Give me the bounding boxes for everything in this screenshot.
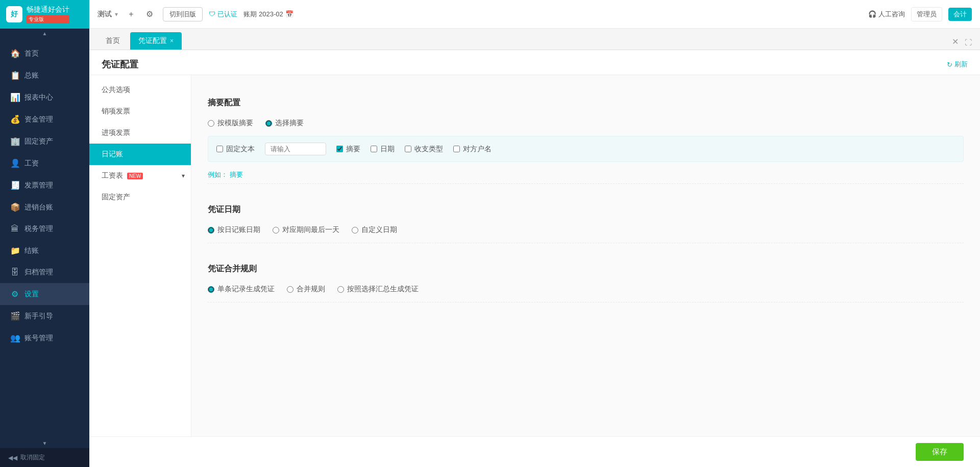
sidebar-item-guide[interactable]: 🎬 新手引导 [0,305,89,327]
left-nav-fixed[interactable]: 固定资产 [89,186,191,208]
logo-title: 畅捷通好会计 [27,5,69,14]
sidebar-item-close[interactable]: 📁 结账 [0,240,89,262]
left-nav-purchase[interactable]: 进项发票 [89,122,191,144]
fixed-text-checkbox[interactable] [216,146,223,152]
sidebar-item-capital[interactable]: 💰 资金管理 [0,108,89,130]
calendar-icon[interactable]: 📅 [285,10,293,18]
consult-btn[interactable]: 🎧 人工咨询 [868,10,905,19]
date-radio-custom[interactable]: 自定义日期 [352,225,397,235]
sidebar-scroll-up[interactable]: ▲ [0,29,89,38]
left-nav: 公共选项 销项发票 进项发票 日记账 工资表 NEW ▾ [89,75,191,436]
period-last-radio[interactable] [273,227,279,233]
pay-type-checkbox-option[interactable]: 收支类型 [405,145,443,154]
add-button[interactable]: + [124,7,138,21]
page-title: 凭证配置 [102,58,138,71]
summary-template-radio[interactable] [208,120,214,127]
left-nav-diary[interactable]: 日记账 [89,144,191,165]
example-text: 例如： 摘要 [208,168,964,183]
summary-template-label: 按模版摘要 [217,119,253,128]
tab-home[interactable]: 首页 [97,32,128,50]
expand-panel-icon[interactable]: ⛶ [965,38,972,50]
archive-icon: 🗄 [10,268,19,277]
diary-date-radio[interactable] [208,227,214,233]
date-section: 凭证日期 按日记账日期 对应期间最后一天 自定义日期 [208,194,964,243]
summary-checkbox-option[interactable]: 摘要 [336,145,360,154]
date-checkbox[interactable] [371,146,377,152]
sidebar-item-ledger[interactable]: 📋 总账 [0,64,89,86]
summary-section: 摘要配置 按模版摘要 选择摘要 [208,87,964,184]
sidebar-item-inout[interactable]: 📦 进销台账 [0,196,89,218]
cancel-fixed-btn[interactable]: ◀◀ 取消固定 [0,448,89,467]
sidebar-item-extra[interactable]: 👥 账号管理 [0,327,89,349]
summary-select-radio[interactable] [265,120,272,127]
period-display: 账期 2023-02 📅 [243,10,293,19]
date-checkbox-option[interactable]: 日期 [371,145,395,154]
left-nav-sales[interactable]: 销项发票 [89,101,191,122]
custom-date-radio[interactable] [352,227,358,233]
sidebar-item-invoice[interactable]: 🧾 发票管理 [0,174,89,196]
date-label: 日期 [380,145,395,154]
select-merge-radio[interactable] [337,286,344,293]
project-selector[interactable]: 测试 ▾ [97,10,118,19]
sidebar-logo: 好 畅捷通好会计 专业版 [0,0,89,29]
inout-icon: 📦 [10,202,19,212]
nav-label-home: 首页 [24,49,39,58]
nav-label-report: 报表中心 [24,93,53,102]
single-record-radio[interactable] [208,286,214,293]
accountant-btn[interactable]: 会计 [948,8,972,21]
summary-radio-select[interactable]: 选择摘要 [265,119,304,128]
merge-section: 凭证合并规则 单条记录生成凭证 合并规则 按照选择汇总生成凭证 [208,253,964,302]
other-name-checkbox[interactable] [453,146,460,152]
shield-icon: 🛡 [209,10,215,18]
refresh-btn[interactable]: ↻ 刷新 [947,60,968,69]
project-name: 测试 [97,10,112,19]
sidebar: 好 畅捷通好会计 专业版 ▲ 🏠 首页 📋 总账 📊 报表中心 💰 资金管理 🏢… [0,0,89,467]
user-btn[interactable]: 管理员 [911,7,942,21]
merge-rule-radio[interactable] [287,286,293,293]
date-radio-diary[interactable]: 按日记账日期 [208,225,260,235]
save-btn[interactable]: 保存 [916,443,964,461]
merge-rule-label: 合并规则 [297,285,325,294]
merge-radio-rule[interactable]: 合并规则 [287,285,325,294]
cancel-fixed-icon: ◀◀ [8,454,17,461]
right-content: 摘要配置 按模版摘要 选择摘要 [191,75,980,436]
sidebar-scroll-down[interactable]: ▼ [0,438,89,448]
nav-label-ledger: 总账 [24,71,39,80]
fixed-asset-icon: 🏢 [10,136,19,146]
tab-label-voucher: 凭证配置 [138,36,167,45]
switch-old-btn[interactable]: 切到旧版 [163,7,203,21]
merge-radio-single[interactable]: 单条记录生成凭证 [208,285,275,294]
close-panel-icon[interactable]: ✕ [952,37,959,50]
summary-select-label: 选择摘要 [275,119,304,128]
merge-radio-group: 单条记录生成凭证 合并规则 按照选择汇总生成凭证 [208,283,964,302]
nav-label-guide: 新手引导 [24,312,53,321]
fixed-text-checkbox-option[interactable]: 固定文本 [216,145,255,154]
merge-title: 凭证合并规则 [208,253,964,283]
summary-checkbox[interactable] [336,146,343,152]
sidebar-item-settings[interactable]: ⚙ 设置 [0,283,89,305]
left-nav-salary-table[interactable]: 工资表 NEW ▾ [89,165,191,186]
other-name-checkbox-option[interactable]: 对方户名 [453,145,492,154]
summary-radio-template[interactable]: 按模版摘要 [208,119,253,128]
sidebar-item-home[interactable]: 🏠 首页 [0,42,89,64]
pay-type-checkbox[interactable] [405,146,411,152]
logo-icon: 好 [6,6,22,22]
close-account-icon: 📁 [10,246,19,255]
sidebar-item-archive[interactable]: 🗄 归档管理 [0,262,89,283]
fixed-text-input[interactable] [265,143,326,155]
content-area: 凭证配置 ↻ 刷新 公共选项 销项发票 进项发票 日记账 [89,50,980,467]
sidebar-item-salary[interactable]: 👤 工资 [0,152,89,174]
tab-voucher-config[interactable]: 凭证配置 × [130,32,182,50]
tab-close-icon[interactable]: × [170,37,174,44]
settings-button[interactable]: ⚙ [142,7,157,21]
merge-radio-select[interactable]: 按照选择汇总生成凭证 [337,285,419,294]
save-bar: 保存 [89,436,980,467]
certified-badge: 🛡 已认证 [209,10,237,19]
sidebar-item-fixed-asset[interactable]: 🏢 固定资产 [0,130,89,152]
logo-subtitle: 专业版 [27,15,69,24]
sidebar-item-report[interactable]: 📊 报表中心 [0,86,89,108]
refresh-icon: ↻ [947,61,952,68]
left-nav-public[interactable]: 公共选项 [89,79,191,101]
date-radio-period[interactable]: 对应期间最后一天 [273,225,339,235]
sidebar-item-tax[interactable]: 🏛 税务管理 [0,218,89,240]
